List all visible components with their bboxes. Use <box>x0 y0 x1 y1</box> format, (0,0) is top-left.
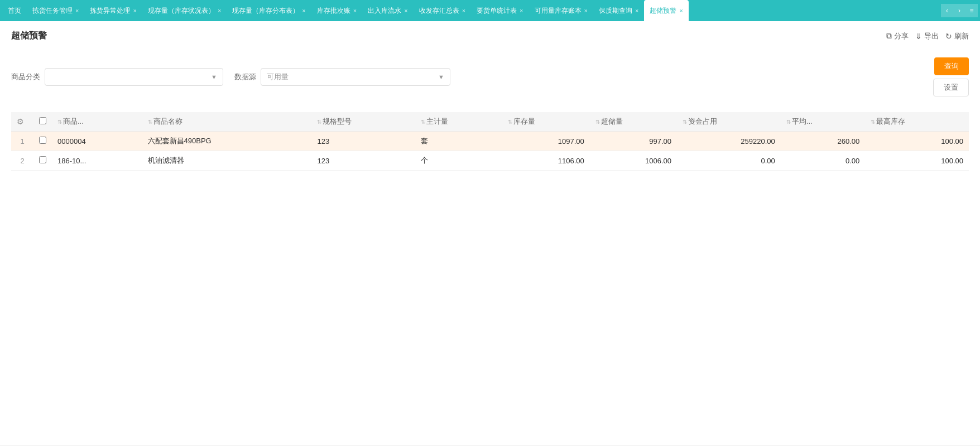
settings-button[interactable]: 设置 <box>933 79 969 96</box>
sort-max-icon[interactable]: ⇅ <box>871 119 875 125</box>
select-all-checkbox[interactable] <box>39 117 46 124</box>
query-button[interactable]: 查询 <box>934 57 969 75</box>
row-checkbox-1 <box>33 151 52 171</box>
col-code: ⇅商品... <box>52 112 142 132</box>
datasource-chevron-icon: ▼ <box>438 74 444 80</box>
filter-actions: 查询 设置 <box>933 57 969 96</box>
nav-tab-8[interactable]: 要货单统计表× <box>471 0 529 21</box>
row-capital-1: 0.00 <box>677 151 781 171</box>
sort-over-icon[interactable]: ⇅ <box>595 119 600 125</box>
category-filter: 商品分类 ▼ <box>11 68 223 86</box>
nav-tab-5[interactable]: 库存批次账× <box>311 0 362 21</box>
nav-tab-9[interactable]: 可用量库存账本× <box>529 0 593 21</box>
nav-more-button[interactable]: ≡ <box>965 4 978 17</box>
page-header: 超储预警 ⧉ 分享 ⇓ 导出 ↻ 刷新 <box>11 30 969 42</box>
row-stock-0: 1097.00 <box>502 132 589 151</box>
nav-prev-button[interactable]: ‹ <box>941 4 953 17</box>
header-actions: ⧉ 分享 ⇓ 导出 ↻ 刷新 <box>886 31 969 41</box>
col-name: ⇅商品名称 <box>142 112 312 132</box>
row-code-1: 186-10... <box>52 151 142 171</box>
nav-next-button[interactable]: › <box>953 4 965 17</box>
table-header-row: ⚙ ⇅商品... ⇅商品名称 ⇅规格型号 ⇅主计量 ⇅库存量 ⇅超储量 ⇅资金占… <box>11 112 969 132</box>
nav-tab-close-1[interactable]: × <box>75 7 79 14</box>
export-button[interactable]: ⇓ 导出 <box>915 31 939 41</box>
nav-tab-close-2[interactable]: × <box>133 7 136 14</box>
data-table: ⚙ ⇅商品... ⇅商品名称 ⇅规格型号 ⇅主计量 ⇅库存量 ⇅超储量 ⇅资金占… <box>11 112 969 171</box>
row-name-1: 机油滤清器 <box>142 151 312 171</box>
nav-tab-close-6[interactable]: × <box>404 7 407 14</box>
row-over-1: 1006.00 <box>590 151 677 171</box>
col-spec: ⇅规格型号 <box>311 112 415 132</box>
category-select[interactable]: ▼ <box>45 68 223 86</box>
sort-name-icon[interactable]: ⇅ <box>148 119 152 125</box>
sort-stock-icon[interactable]: ⇅ <box>508 119 512 125</box>
datasource-label: 数据源 <box>234 72 256 82</box>
sort-code-icon[interactable]: ⇅ <box>57 119 62 125</box>
row-max-0: 100.00 <box>865 132 969 151</box>
datasource-select[interactable]: 可用量 ▼ <box>261 68 450 86</box>
nav-tab-11[interactable]: 超储预警× <box>644 0 688 21</box>
row-num-0: 1 <box>11 132 33 151</box>
nav-tab-3[interactable]: 现存量（库存状况表）× <box>142 0 227 21</box>
share-icon: ⧉ <box>886 31 892 41</box>
sort-capital-icon[interactable]: ⇅ <box>683 119 687 125</box>
row-code-0: 0000004 <box>52 132 142 151</box>
col-capital: ⇅资金占用 <box>677 112 781 132</box>
col-avg: ⇅平均... <box>781 112 865 132</box>
table-row: 1 0000004 六配套新昌490BPG 123 套 1097.00 997.… <box>11 132 969 151</box>
col-max: ⇅最高库存 <box>865 112 969 132</box>
row-check-0[interactable] <box>39 137 46 144</box>
row-stock-1: 1106.00 <box>502 151 589 171</box>
nav-tab-close-4[interactable]: × <box>302 7 305 14</box>
nav-tab-close-7[interactable]: × <box>462 7 465 14</box>
share-button[interactable]: ⧉ 分享 <box>886 31 909 41</box>
nav-tab-close-3[interactable]: × <box>218 7 221 14</box>
row-over-0: 997.00 <box>590 132 677 151</box>
row-unit-1: 个 <box>415 151 502 171</box>
nav-tab-7[interactable]: 收发存汇总表× <box>414 0 471 21</box>
row-max-1: 100.00 <box>865 151 969 171</box>
gear-icon[interactable]: ⚙ <box>17 117 24 126</box>
category-label: 商品分类 <box>11 72 40 82</box>
col-stock: ⇅库存量 <box>502 112 589 132</box>
row-check-1[interactable] <box>39 156 46 163</box>
nav-tab-close-9[interactable]: × <box>584 7 588 14</box>
nav-tab-1[interactable]: 拣货任务管理× <box>27 0 84 21</box>
sort-unit-icon[interactable]: ⇅ <box>421 119 425 125</box>
nav-tab-10[interactable]: 保质期查询× <box>593 0 644 21</box>
col-gear: ⚙ <box>11 112 33 132</box>
refresh-button[interactable]: ↻ 刷新 <box>945 31 969 41</box>
nav-tab-0[interactable]: 首页 <box>2 0 27 21</box>
col-checkbox <box>33 112 52 132</box>
table-row: 2 186-10... 机油滤清器 123 个 1106.00 1006.00 … <box>11 151 969 171</box>
export-icon: ⇓ <box>915 32 922 41</box>
datasource-filter: 数据源 可用量 ▼ <box>234 68 450 86</box>
row-checkbox-0 <box>33 132 52 151</box>
row-avg-0: 260.00 <box>781 132 865 151</box>
page-content: 超储预警 ⧉ 分享 ⇓ 导出 ↻ 刷新 商品分类 ▼ 数据源 <box>0 21 980 445</box>
nav-tab-close-10[interactable]: × <box>635 7 638 14</box>
col-unit: ⇅主计量 <box>415 112 502 132</box>
row-unit-0: 套 <box>415 132 502 151</box>
row-spec-1: 123 <box>311 151 415 171</box>
nav-arrows: ‹ › ≡ <box>941 4 978 17</box>
category-chevron-icon: ▼ <box>211 74 217 80</box>
row-capital-0: 259220.00 <box>677 132 781 151</box>
nav-tab-close-11[interactable]: × <box>679 7 683 14</box>
refresh-icon: ↻ <box>945 32 952 41</box>
row-avg-1: 0.00 <box>781 151 865 171</box>
sort-avg-icon[interactable]: ⇅ <box>786 119 791 125</box>
page-title: 超储预警 <box>11 30 47 42</box>
row-name-0: 六配套新昌490BPG <box>142 132 312 151</box>
col-over: ⇅超储量 <box>590 112 677 132</box>
top-nav: 首页拣货任务管理×拣货异常处理×现存量（库存状况表）×现存量（库存分布表）×库存… <box>0 0 980 21</box>
nav-tab-close-8[interactable]: × <box>520 7 523 14</box>
row-spec-0: 123 <box>311 132 415 151</box>
sort-spec-icon[interactable]: ⇅ <box>317 119 321 125</box>
nav-tab-6[interactable]: 出入库流水× <box>362 0 413 21</box>
datasource-value: 可用量 <box>267 72 289 82</box>
nav-tab-4[interactable]: 现存量（库存分布表）× <box>227 0 311 21</box>
nav-tab-2[interactable]: 拣货异常处理× <box>84 0 142 21</box>
nav-tab-close-5[interactable]: × <box>353 7 357 14</box>
row-num-1: 2 <box>11 151 33 171</box>
